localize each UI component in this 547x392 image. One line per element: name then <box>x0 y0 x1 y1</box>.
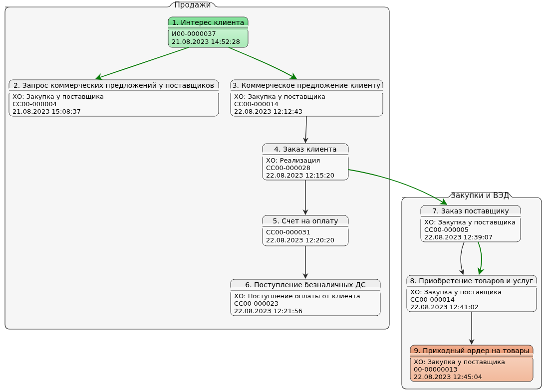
node-2-rfq-suppliers[interactable]: 2. Запрос коммерческих предложений у пос… <box>9 80 219 116</box>
node-9-title: 9. Приходный ордер на товары <box>414 347 529 355</box>
node-9-line1: 00-00000013 <box>414 366 457 373</box>
node-5-title: 5. Счет на оплату <box>273 217 338 225</box>
node-5-line1: 22.08.2023 12:20:20 <box>266 236 334 244</box>
node-7-line1: СС00-000005 <box>424 226 469 233</box>
node-6-line0: ХО: Поступление оплаты от клиента <box>234 292 360 300</box>
frame-sales-label: Продажи <box>175 0 211 9</box>
node-7-supplier-order[interactable]: 7. Заказ поставщику ХО: Закупка у постав… <box>421 205 521 242</box>
node-6-line2: 22.08.2023 12:21:56 <box>234 307 302 315</box>
node-7-title: 7. Заказ поставщику <box>432 207 509 215</box>
node-3-line2: 22.08.2023 12:12:43 <box>234 108 302 115</box>
node-6-title: 6. Поступление безналичных ДС <box>245 281 366 289</box>
node-1-line1: 21.08.2023 14:52:28 <box>172 38 240 45</box>
node-3-commercial-offer[interactable]: 3. Коммерческое предложение клиенту ХО: … <box>231 80 383 116</box>
frame-purchases-label: Закупки и ВЭД <box>451 191 509 200</box>
node-3-line1: СС00-000014 <box>234 100 278 108</box>
node-6-line1: СС00-000023 <box>234 300 278 307</box>
node-5-line0: СС00-000031 <box>266 228 310 236</box>
node-9-line0: ХО: Закупка у поставщика <box>414 358 505 366</box>
node-8-line2: 22.08.2023 12:41:02 <box>410 303 479 311</box>
node-8-line0: ХО: Закупка у поставщика <box>410 288 502 296</box>
node-2-line1: СС00-000004 <box>12 100 57 108</box>
node-1-title: 1. Интерес клиента <box>172 18 245 26</box>
node-7-line2: 22.08.2023 12:39:07 <box>424 233 493 241</box>
node-2-title: 2. Запрос коммерческих предложений у пос… <box>13 81 214 89</box>
node-7-line0: ХО: Закупка у поставщика <box>424 218 516 226</box>
node-3-title: 3. Коммерческое предложение клиенту <box>233 81 381 89</box>
node-4-customer-order[interactable]: 4. Заказ клиента ХО: Реализация СС00-000… <box>263 144 348 180</box>
node-6-cashless-receipt[interactable]: 6. Поступление безналичных ДС ХО: Поступ… <box>231 279 380 316</box>
node-8-title: 8. Приобретение товаров и услуг <box>410 277 534 285</box>
node-1-line0: И00-0000037 <box>172 30 216 37</box>
node-4-title: 4. Заказ клиента <box>274 145 336 153</box>
node-4-line2: 22.08.2023 12:15:20 <box>266 172 334 179</box>
node-4-line0: ХО: Реализация <box>266 157 320 164</box>
node-9-goods-receipt-order[interactable]: 9. Приходный ордер на товары ХО: Закупка… <box>410 345 533 382</box>
node-3-line0: ХО: Закупка у поставщика <box>234 93 325 100</box>
node-2-line2: 21.08.2023 15:08:37 <box>12 108 81 115</box>
node-4-line1: СС00-000028 <box>266 164 310 172</box>
node-9-line2: 22.08.2023 12:45:04 <box>414 373 482 381</box>
node-2-line0: ХО: Закупка у поставщика <box>12 93 104 100</box>
node-5-invoice[interactable]: 5. Счет на оплату СС00-000031 22.08.2023… <box>263 215 348 246</box>
node-8-line1: СС00-000014 <box>410 296 455 303</box>
node-8-goods-services-acquisition[interactable]: 8. Приобретение товаров и услуг ХО: Заку… <box>407 275 537 312</box>
node-1-customer-interest[interactable]: 1. Интерес клиента И00-0000037 21.08.202… <box>168 17 248 47</box>
